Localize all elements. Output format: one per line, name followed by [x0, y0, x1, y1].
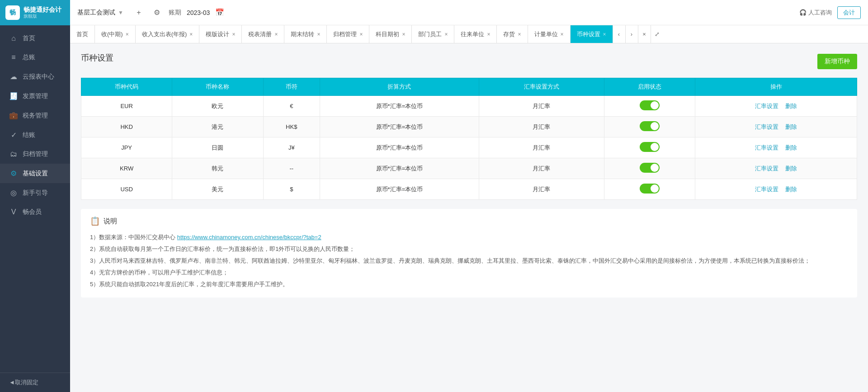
sidebar-item-archive[interactable]: 🗂 归档管理 — [0, 145, 70, 164]
delete-link[interactable]: 删除 — [785, 186, 797, 193]
settings-btn[interactable]: ⚙ — [151, 6, 163, 19]
close-icon[interactable]: × — [561, 31, 564, 38]
tab-bar: 首页 收(中期) × 收入支出表(年报) × 模版设计 × 税表清册 × 期末结… — [70, 25, 868, 43]
sidebar-item-guide[interactable]: ◎ 新手引导 — [0, 183, 70, 203]
tab-archive[interactable]: 归档管理 × — [327, 25, 369, 43]
close-icon[interactable]: × — [444, 31, 448, 38]
delete-link[interactable]: 删除 — [785, 103, 797, 109]
toggle-switch[interactable] — [640, 100, 660, 110]
sidebar-item-settings[interactable]: ⚙ 基础设置 — [0, 164, 70, 183]
sidebar-item-label: 发票管理 — [23, 92, 48, 100]
toggle-circle — [651, 101, 659, 109]
toggle-switch[interactable] — [640, 163, 660, 173]
cell-status — [604, 158, 695, 179]
notice-link[interactable]: https://www.chinamoney.com.cn/chinese/bk… — [177, 234, 321, 241]
tab-home[interactable]: 首页 — [70, 25, 95, 43]
toggle-switch[interactable] — [640, 142, 660, 152]
close-icon[interactable]: × — [359, 31, 363, 38]
sidebar-item-invoice[interactable]: 🧾 发票管理 — [0, 86, 70, 106]
close-icon[interactable]: × — [317, 31, 320, 38]
rate-setting-link[interactable]: 汇率设置 — [755, 123, 778, 130]
tab-next-btn[interactable]: › — [626, 25, 638, 43]
sidebar-item-label: 结账 — [23, 131, 35, 139]
cancel-fixed-label: ◄取消固定 — [9, 378, 38, 387]
rate-setting-link[interactable]: 汇率设置 — [755, 144, 778, 151]
cell-name: 美元 — [172, 179, 263, 200]
tab-expand-btn[interactable]: ⤢ — [651, 25, 664, 43]
sidebar-item-label: 归档管理 — [23, 150, 48, 158]
delete-link[interactable]: 删除 — [785, 165, 797, 172]
invoice-icon: 🧾 — [9, 92, 18, 100]
cell-rate-method: 月汇率 — [479, 179, 604, 200]
tab-partner[interactable]: 往来单位 × — [454, 25, 497, 43]
tab-subjects[interactable]: 科目期初 × — [369, 25, 412, 43]
rate-setting-link[interactable]: 汇率设置 — [755, 165, 778, 172]
archive-icon: 🗂 — [9, 150, 18, 158]
guide-icon: ◎ — [9, 189, 18, 197]
company-selector[interactable]: 基层工会测试 ▼ — [77, 9, 123, 17]
calendar-icon[interactable]: 📅 — [215, 8, 224, 17]
toggle-switch[interactable] — [640, 184, 660, 194]
delete-link[interactable]: 删除 — [785, 144, 797, 151]
tab-label: 科目期初 — [376, 30, 399, 38]
tab-label: 收(中期) — [101, 30, 123, 38]
new-currency-btn[interactable]: 新增币种 — [817, 54, 857, 69]
consult-btn[interactable]: 🎧 人工咨询 — [799, 9, 832, 17]
tab-income[interactable]: 收入支出表(年报) × — [136, 25, 200, 43]
logo-icon: 畅 — [5, 5, 20, 20]
tab-dept[interactable]: 部门员工 × — [412, 25, 454, 43]
close-icon[interactable]: × — [402, 31, 405, 38]
tab-inventory[interactable]: 存货 × — [497, 25, 528, 43]
tab-template[interactable]: 模版设计 × — [199, 25, 242, 43]
rate-setting-link[interactable]: 汇率设置 — [755, 186, 778, 193]
tab-label: 收入支出表(年报) — [142, 30, 187, 38]
sidebar-item-vip[interactable]: V 畅会员 — [0, 203, 70, 222]
chevron-down-icon: ▼ — [118, 9, 123, 16]
settings-icon: ⚙ — [9, 169, 18, 178]
tab-yearend[interactable]: 期末结转 × — [284, 25, 327, 43]
close-icon[interactable]: × — [518, 31, 521, 38]
sidebar-item-label: 税务管理 — [23, 112, 48, 120]
cell-rate-method: 月汇率 — [479, 137, 604, 158]
cell-actions: 汇率设置 删除 — [695, 96, 857, 117]
tab-period[interactable]: 收(中期) × — [95, 25, 136, 43]
info-icon: 📋 — [90, 216, 100, 226]
cell-calc: 原币*汇率=本位币 — [320, 96, 479, 117]
account-btn[interactable]: 会计 — [837, 6, 861, 19]
close-icon[interactable]: × — [274, 31, 278, 38]
toggle-circle — [651, 164, 659, 172]
close-icon[interactable]: × — [487, 31, 490, 38]
sidebar-item-label: 新手引导 — [23, 189, 48, 197]
table-row: EUR 欧元 € 原币*汇率=本位币 月汇率 汇率设置 删除 — [81, 96, 857, 117]
toggle-switch[interactable] — [640, 121, 660, 131]
company-name: 基层工会测试 — [77, 9, 115, 17]
rate-setting-link[interactable]: 汇率设置 — [755, 103, 778, 109]
header-right: 🎧 人工咨询 会计 — [799, 6, 861, 19]
cell-name: 港元 — [172, 117, 263, 137]
close-icon[interactable]: × — [189, 31, 193, 38]
tab-prev-btn[interactable]: ‹ — [613, 25, 626, 43]
cell-calc: 原币*汇率=本位币 — [320, 158, 479, 179]
sidebar-item-home[interactable]: ⌂ 首页 — [0, 29, 70, 48]
settle-icon: ✓ — [9, 131, 18, 139]
delete-link[interactable]: 删除 — [785, 123, 797, 130]
cell-symbol: J¥ — [263, 137, 320, 158]
tab-unit[interactable]: 计量单位 × — [528, 25, 571, 43]
tab-currency[interactable]: 币种设置 × — [571, 25, 613, 43]
add-company-btn[interactable]: + — [132, 6, 145, 19]
cancel-fixed-btn[interactable]: ◄取消固定 — [0, 373, 70, 392]
sidebar-item-tax[interactable]: 💼 税务管理 — [0, 106, 70, 125]
close-icon[interactable]: × — [126, 31, 129, 38]
close-icon[interactable]: × — [232, 31, 235, 38]
close-icon[interactable]: × — [603, 31, 606, 38]
sidebar-item-settle[interactable]: ✓ 结账 — [0, 125, 70, 145]
sidebar-item-reports[interactable]: ☁ 云报表中心 — [0, 67, 70, 86]
tab-tax[interactable]: 税表清册 × — [242, 25, 284, 43]
tab-label: 存货 — [503, 30, 515, 38]
tab-close-all-btn[interactable]: × — [638, 25, 651, 43]
vip-icon: V — [9, 208, 18, 216]
app-edition: 旗舰版 — [24, 13, 61, 19]
cell-status — [604, 117, 695, 137]
table-row: USD 美元 $ 原币*汇率=本位币 月汇率 汇率设置 删除 — [81, 179, 857, 200]
sidebar-item-ledger[interactable]: ≡ 总账 — [0, 48, 70, 67]
